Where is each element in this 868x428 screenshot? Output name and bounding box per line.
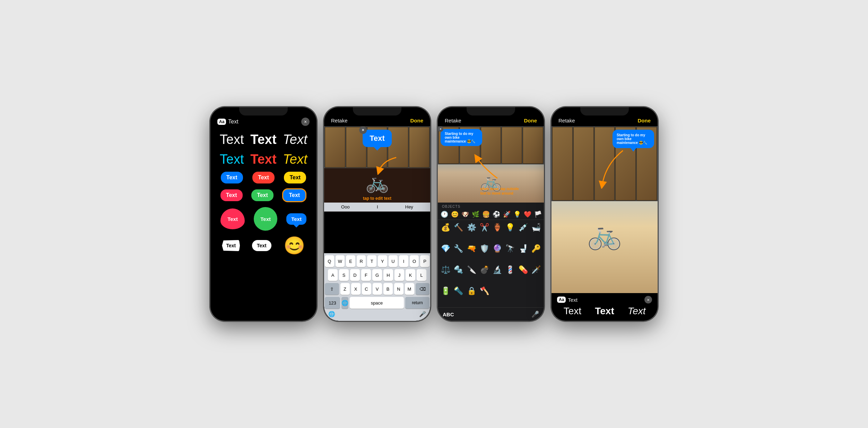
bubble-heart[interactable]: Text	[220, 208, 245, 229]
emoji-shield[interactable]: 🛡️	[478, 242, 491, 264]
emoji-crystal[interactable]: 🔮	[491, 242, 504, 264]
key-c[interactable]: C	[362, 283, 371, 295]
key-a[interactable]: A	[328, 269, 338, 281]
suggestion-2[interactable]: I	[377, 204, 378, 209]
key-r[interactable]: R	[357, 255, 366, 267]
key-k[interactable]: K	[406, 269, 415, 281]
emoji-bomb[interactable]: 💣	[478, 264, 491, 285]
phone3-retake[interactable]: Retake	[445, 118, 461, 123]
key-o[interactable]: O	[410, 255, 419, 267]
retake-button[interactable]: Retake	[331, 118, 348, 123]
cat-animal[interactable]: 🐶	[461, 211, 469, 218]
key-u[interactable]: U	[389, 255, 398, 267]
phone4-text-italic[interactable]: Text	[621, 306, 652, 317]
mic-btn[interactable]: 🎤	[531, 310, 539, 318]
text-italic[interactable]: Text	[279, 132, 311, 147]
emoji-bath[interactable]: 🛁	[530, 221, 542, 242]
key-w[interactable]: W	[336, 255, 345, 267]
key-shift[interactable]: ⇧	[325, 283, 339, 295]
suggestion-3[interactable]: Hey	[405, 204, 413, 209]
phone4-retake[interactable]: Retake	[558, 118, 575, 123]
key-b[interactable]: B	[383, 283, 393, 295]
emoji-gear[interactable]: ⚙️	[465, 221, 478, 242]
cat-sport[interactable]: ⚽	[493, 211, 500, 218]
key-123[interactable]: 123	[325, 297, 340, 309]
key-return[interactable]: return	[405, 297, 429, 309]
overlay-close[interactable]: ×	[359, 126, 367, 134]
key-h[interactable]: H	[383, 269, 393, 281]
text-cyan[interactable]: Text	[216, 152, 248, 167]
bubble-red[interactable]: Text	[252, 172, 275, 183]
phone4-close[interactable]: ×	[644, 296, 652, 303]
key-p[interactable]: P	[420, 255, 429, 267]
bubble-pink[interactable]: Text	[220, 189, 243, 201]
key-globe[interactable]: 🌐	[341, 297, 348, 309]
text-yellow[interactable]: Text	[279, 152, 311, 167]
emoji-barber[interactable]: 💈	[504, 264, 517, 285]
bubble-blue-outline[interactable]: Text	[282, 188, 306, 202]
key-v[interactable]: V	[373, 283, 382, 295]
close-button[interactable]: ×	[301, 118, 310, 126]
suggestion-1[interactable]: Ooo	[341, 204, 350, 209]
key-l[interactable]: L	[417, 269, 426, 281]
text-bold[interactable]: Text	[248, 132, 279, 147]
emoji-money[interactable]: 💰	[439, 221, 452, 242]
phone4-done[interactable]: Done	[638, 118, 651, 123]
globe-icon[interactable]: 🌐	[328, 311, 335, 317]
emoji-bolt[interactable]: 🔩	[452, 264, 465, 285]
emoji-face[interactable]: 😊	[284, 236, 305, 256]
cat-clock[interactable]: 🕐	[441, 211, 448, 218]
emoji-diamond[interactable]: 💎	[439, 242, 452, 264]
bubble-spiky[interactable]: Text	[222, 240, 240, 251]
caption-close[interactable]: ×	[438, 126, 443, 132]
bubble-speech[interactable]: Text	[286, 213, 306, 225]
emoji-axe[interactable]: 🪓	[478, 285, 491, 306]
emoji-microscope[interactable]: 🔬	[491, 264, 504, 285]
key-i[interactable]: I	[399, 255, 408, 267]
key-m[interactable]: M	[405, 283, 414, 295]
emoji-flashlight[interactable]: 🔦	[452, 285, 465, 306]
emoji-dagger[interactable]: 🗡️	[530, 264, 542, 285]
emoji-key[interactable]: 🔑	[530, 242, 542, 264]
key-j[interactable]: J	[394, 269, 404, 281]
emoji-knife[interactable]: 🔪	[465, 264, 478, 285]
emoji-scale[interactable]: ⚖️	[439, 264, 452, 285]
abc-label[interactable]: ABC	[443, 311, 454, 317]
phone4-text-plain[interactable]: Text	[557, 306, 588, 317]
key-t[interactable]: T	[367, 255, 376, 267]
key-e[interactable]: E	[346, 255, 355, 267]
emoji-vase[interactable]: 🏺	[491, 221, 504, 242]
cat-smile[interactable]: 😊	[451, 211, 459, 218]
caption-bubble-3[interactable]: × Starting to do my own bike maintenance…	[441, 129, 482, 146]
cat-object[interactable]: 💡	[513, 211, 521, 218]
key-z[interactable]: Z	[340, 283, 350, 295]
caption-bubble-4[interactable]: Starting to do my own bike maintenance 😎…	[613, 130, 654, 148]
emoji-lock[interactable]: 🔒	[465, 285, 478, 306]
emoji-scissors[interactable]: ✂️	[478, 221, 491, 242]
emoji-battery[interactable]: 🔋	[439, 285, 452, 306]
phone4-text-bold[interactable]: Text	[589, 306, 620, 317]
emoji-pill[interactable]: 💊	[517, 264, 530, 285]
emoji-hammer[interactable]: 🔨	[452, 221, 465, 242]
bubble-circle[interactable]: Text	[254, 207, 277, 231]
cat-plant[interactable]: 🌿	[472, 211, 479, 218]
done-button[interactable]: Done	[410, 118, 424, 123]
cat-flag[interactable]: 🏳️	[534, 211, 542, 218]
key-x[interactable]: X	[351, 283, 361, 295]
text-red[interactable]: Text	[248, 152, 279, 167]
key-d[interactable]: D	[350, 269, 360, 281]
bubble-green[interactable]: Text	[251, 189, 274, 201]
key-s[interactable]: S	[339, 269, 349, 281]
key-delete[interactable]: ⌫	[416, 283, 430, 295]
key-space[interactable]: space	[350, 297, 404, 309]
mic-icon[interactable]: 🎤	[419, 311, 426, 317]
bubble-blue[interactable]: Text	[221, 172, 243, 183]
text-overlay-bubble[interactable]: × Text	[363, 130, 392, 147]
emoji-toilet[interactable]: 🚽	[517, 242, 530, 264]
key-q[interactable]: Q	[325, 255, 334, 267]
emoji-lamp[interactable]: 💡	[504, 221, 517, 242]
text-plain[interactable]: Text	[216, 132, 248, 147]
emoji-telescope[interactable]: 🔭	[504, 242, 517, 264]
key-n[interactable]: N	[394, 283, 403, 295]
cat-symbol[interactable]: ❤️	[524, 211, 531, 218]
